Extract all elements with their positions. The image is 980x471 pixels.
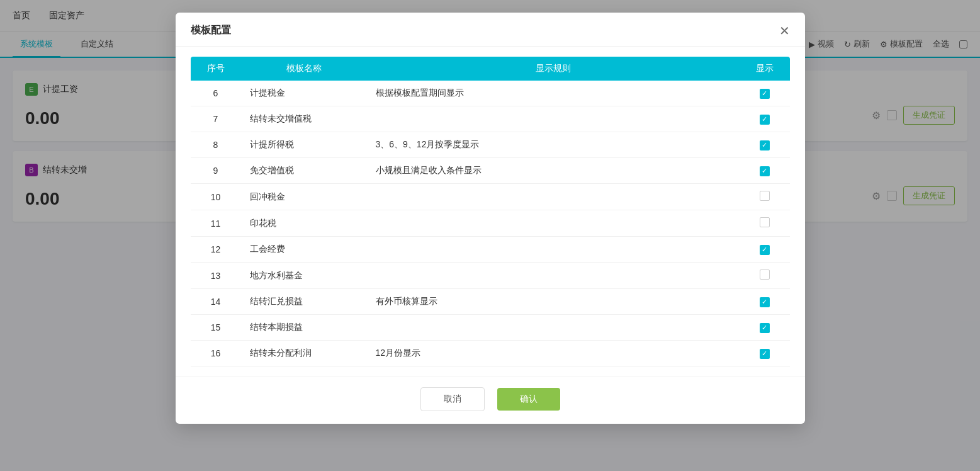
cell-name: 计提税金 [241, 81, 367, 106]
table-row: 12工会经费 [191, 237, 790, 263]
cell-seq: 13 [191, 263, 241, 289]
checkbox-checked[interactable] [760, 140, 770, 150]
config-table: 序号 模板名称 显示规则 显示 6计提税金根据模板配置期间显示7结转未交增值税8… [191, 57, 790, 366]
cell-checkbox[interactable] [740, 132, 790, 158]
checkbox-unchecked[interactable] [760, 191, 770, 201]
checkbox-unchecked[interactable] [760, 217, 770, 227]
cell-checkbox[interactable] [740, 210, 790, 237]
cell-seq: 14 [191, 289, 241, 315]
cell-seq: 10 [191, 184, 241, 210]
modal-title: 模板配置 [191, 24, 231, 37]
cell-checkbox[interactable] [740, 158, 790, 184]
cell-name: 结转未交增值税 [241, 106, 367, 132]
cell-seq: 11 [191, 210, 241, 237]
table-row: 9免交增值税小规模且满足收入条件显示 [191, 158, 790, 184]
cell-rule: 3、6、9、12月按季度显示 [367, 132, 740, 158]
cell-seq: 8 [191, 132, 241, 158]
checkbox-unchecked[interactable] [760, 270, 770, 280]
confirm-button[interactable]: 确认 [497, 388, 560, 411]
checkbox-checked[interactable] [760, 349, 770, 359]
col-name: 模板名称 [241, 57, 367, 81]
cell-rule [367, 315, 740, 341]
cell-rule [367, 237, 740, 263]
cell-name: 免交增值税 [241, 158, 367, 184]
cell-name: 地方水利基金 [241, 263, 367, 289]
cell-rule [367, 210, 740, 237]
table-row: 10回冲税金 [191, 184, 790, 210]
cell-seq: 6 [191, 81, 241, 106]
modal-footer: 取消 确认 [176, 377, 805, 424]
table-row: 13地方水利基金 [191, 263, 790, 289]
table-row: 15结转本期损益 [191, 315, 790, 341]
checkbox-checked[interactable] [760, 166, 770, 176]
checkbox-checked[interactable] [760, 89, 770, 99]
cell-name: 结转汇兑损益 [241, 289, 367, 315]
cell-checkbox[interactable] [740, 237, 790, 263]
cell-rule: 有外币核算显示 [367, 289, 740, 315]
cell-rule: 小规模且满足收入条件显示 [367, 158, 740, 184]
cell-name: 回冲税金 [241, 184, 367, 210]
modal-overlay: 模板配置 ✕ 序号 模板名称 显示规则 显示 6计提税金根据模板配置期间显示7结… [0, 0, 980, 471]
cell-name: 计提所得税 [241, 132, 367, 158]
cell-seq: 9 [191, 158, 241, 184]
cell-checkbox[interactable] [740, 184, 790, 210]
cell-rule: 12月份显示 [367, 341, 740, 366]
modal-header: 模板配置 ✕ [176, 13, 805, 47]
cell-seq: 15 [191, 315, 241, 341]
checkbox-checked[interactable] [760, 115, 770, 125]
table-row: 7结转未交增值税 [191, 106, 790, 132]
template-config-modal: 模板配置 ✕ 序号 模板名称 显示规则 显示 6计提税金根据模板配置期间显示7结… [176, 13, 805, 424]
cell-name: 结转本期损益 [241, 315, 367, 341]
checkbox-checked[interactable] [760, 297, 770, 307]
cell-checkbox[interactable] [740, 315, 790, 341]
checkbox-checked[interactable] [760, 323, 770, 333]
modal-close-button[interactable]: ✕ [779, 25, 790, 37]
cell-checkbox[interactable] [740, 106, 790, 132]
col-rule: 显示规则 [367, 57, 740, 81]
col-show: 显示 [740, 57, 790, 81]
cell-checkbox[interactable] [740, 81, 790, 106]
checkbox-checked[interactable] [760, 245, 770, 255]
cell-seq: 12 [191, 237, 241, 263]
cell-name: 印花税 [241, 210, 367, 237]
table-row: 6计提税金根据模板配置期间显示 [191, 81, 790, 106]
modal-body: 序号 模板名称 显示规则 显示 6计提税金根据模板配置期间显示7结转未交增值税8… [176, 47, 805, 377]
col-seq: 序号 [191, 57, 241, 81]
cell-name: 工会经费 [241, 237, 367, 263]
cell-seq: 16 [191, 341, 241, 366]
table-row: 8计提所得税3、6、9、12月按季度显示 [191, 132, 790, 158]
table-row: 14结转汇兑损益有外币核算显示 [191, 289, 790, 315]
cell-checkbox[interactable] [740, 341, 790, 366]
cell-rule [367, 106, 740, 132]
cell-rule: 根据模板配置期间显示 [367, 81, 740, 106]
table-row: 16结转未分配利润12月份显示 [191, 341, 790, 366]
cell-checkbox[interactable] [740, 289, 790, 315]
cell-rule [367, 263, 740, 289]
cell-seq: 7 [191, 106, 241, 132]
cell-name: 结转未分配利润 [241, 341, 367, 366]
table-row: 11印花税 [191, 210, 790, 237]
cancel-button[interactable]: 取消 [420, 387, 485, 411]
cell-rule [367, 184, 740, 210]
cell-checkbox[interactable] [740, 263, 790, 289]
